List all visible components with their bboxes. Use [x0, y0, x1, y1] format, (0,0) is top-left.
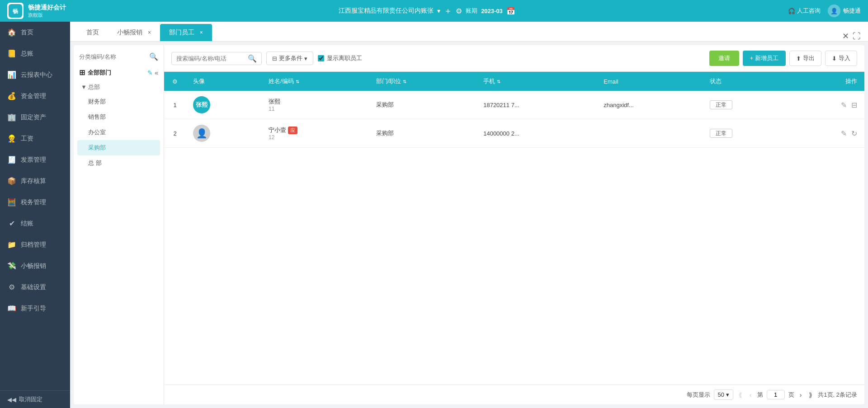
- row1-avatar: 张熙: [193, 96, 210, 113]
- col-dept-label: 部门/职位: [376, 77, 401, 85]
- tab-department-label: 部门员工: [169, 28, 194, 36]
- company-dropdown-button[interactable]: ▾: [437, 7, 440, 14]
- dept-search-input[interactable]: [79, 53, 146, 60]
- prev-page-button[interactable]: ‹: [748, 390, 754, 399]
- user-area[interactable]: 👤 畅捷通: [828, 5, 861, 17]
- dept-tools: ✎ «: [147, 69, 158, 76]
- table-header-row: ⚙ 头像 姓名/编码 ⇅ 部门/: [164, 72, 864, 91]
- sidebar-item-archive[interactable]: 📁 归档管理: [0, 234, 70, 255]
- sidebar: 🏠 首页 📒 总账 📊 云报表中心 💰 资金管理 🏢 固定资产 👷 工资 🧾 发…: [0, 22, 70, 408]
- tab-expense[interactable]: 小畅报销 ×: [108, 24, 160, 41]
- sidebar-item-fixed-assets[interactable]: 🏢 固定资产: [0, 107, 70, 128]
- row2-edit-icon[interactable]: ✎: [841, 129, 847, 138]
- chevron-down-icon: ▾: [304, 55, 307, 62]
- dept-item-finance[interactable]: 财务部: [77, 94, 160, 109]
- page-total-label: 共1页, 2条记录: [818, 391, 857, 399]
- row1-disable-icon[interactable]: ⊟: [851, 101, 857, 109]
- add-company-button[interactable]: ＋: [444, 5, 452, 16]
- row2-name-area: 宁小壹 应: [269, 126, 362, 134]
- sidebar-item-label: 归档管理: [21, 241, 46, 249]
- dept-item-sales[interactable]: 销售部: [77, 109, 160, 125]
- settings-gear-button[interactable]: ⚙: [456, 7, 462, 15]
- current-page-input[interactable]: [767, 390, 785, 399]
- page-suffix-label: 页: [788, 391, 794, 399]
- sort-icon-phone: ⇅: [497, 79, 500, 84]
- next-page-button[interactable]: ›: [798, 390, 804, 399]
- col-name-code[interactable]: 姓名/编码 ⇅: [261, 72, 369, 91]
- sidebar-item-label: 基础设置: [21, 283, 46, 291]
- tab-expand-button[interactable]: ⛶: [853, 32, 861, 41]
- col-dept-position[interactable]: 部门/职位 ⇅: [369, 72, 476, 91]
- col-actions: 操作: [791, 72, 864, 91]
- show-resigned-checkbox-label[interactable]: 显示离职员工: [318, 54, 362, 62]
- row2-status: 正常: [703, 119, 791, 148]
- row2-phone: 14000000 2...: [476, 119, 596, 148]
- row2-badge: 应: [288, 127, 297, 134]
- sidebar-item-tax[interactable]: 🧮 税务管理: [0, 192, 70, 213]
- avatar: 👤: [828, 5, 840, 17]
- dept-edit-button[interactable]: ✎: [147, 69, 153, 76]
- tab-expense-close[interactable]: ×: [148, 29, 151, 36]
- export-button[interactable]: ⬆ 导出: [789, 51, 821, 66]
- row2-email: [596, 119, 703, 148]
- sidebar-item-expense[interactable]: 💸 小畅报销: [0, 255, 70, 277]
- app-subtitle: 旗舰版: [28, 12, 66, 19]
- more-filter-button[interactable]: ⊟ 更多条件 ▾: [266, 52, 313, 65]
- sidebar-item-closing[interactable]: ✔ 结账: [0, 213, 70, 234]
- settings-icon: ⚙: [7, 283, 16, 291]
- tab-department[interactable]: 部门员工 ×: [160, 24, 212, 41]
- sidebar-item-home[interactable]: 🏠 首页: [0, 22, 70, 43]
- col-phone[interactable]: 手机 ⇅: [476, 72, 596, 91]
- row1-edit-icon[interactable]: ✎: [841, 101, 847, 109]
- dept-sidebar: 🔍 ⊞ 全部部门 ✎ « ▼ 总部 财务部 销售部 办公室 采购部 总 部: [74, 45, 164, 404]
- service-button[interactable]: 🎧 人工咨询: [788, 7, 821, 15]
- table-row: 1 张熙 张熙 11 采购部 18720211 7... z: [164, 91, 864, 119]
- dept-all-departments[interactable]: ⊞ 全部部门 ✎ «: [74, 65, 164, 80]
- sidebar-item-invoice[interactable]: 🧾 发票管理: [0, 149, 70, 170]
- row1-phone: 18720211 7...: [476, 91, 596, 119]
- search-icon: 🔍: [248, 54, 257, 63]
- svg-text:畅: 畅: [13, 8, 18, 14]
- tab-close-button[interactable]: ✕: [842, 31, 849, 41]
- col-email: Email: [596, 72, 703, 91]
- import-button[interactable]: ⬇ 导入: [825, 51, 857, 66]
- sidebar-item-settings[interactable]: ⚙ 基础设置: [0, 277, 70, 298]
- sidebar-item-payroll[interactable]: 👷 工资: [0, 128, 70, 149]
- calendar-icon-button[interactable]: 📅: [506, 7, 515, 15]
- user-name: 畅捷通: [843, 7, 861, 15]
- show-resigned-checkbox[interactable]: [318, 55, 324, 61]
- headset-icon: 🎧: [788, 8, 795, 14]
- dept-item-purchasing[interactable]: 采购部: [77, 140, 160, 155]
- row2-code: 12: [269, 134, 362, 141]
- col-status: 状态: [703, 72, 791, 91]
- page-content: 🔍 ⊞ 全部部门 ✎ « ▼ 总部 财务部 销售部 办公室 采购部 总 部: [74, 45, 864, 404]
- sidebar-item-label: 结账: [21, 220, 33, 228]
- sidebar-item-funds[interactable]: 💰 资金管理: [0, 85, 70, 107]
- invite-button[interactable]: 邀请: [709, 51, 739, 66]
- tab-home[interactable]: 首页: [77, 24, 108, 41]
- sidebar-item-label: 首页: [21, 28, 33, 37]
- row1-name: 张熙: [269, 98, 362, 106]
- dept-item-general[interactable]: 总 部: [77, 155, 160, 171]
- dept-item-office[interactable]: 办公室: [77, 125, 160, 140]
- sidebar-unpin-button[interactable]: ◀◀ 取消固定: [0, 390, 70, 408]
- top-header: 畅 畅捷通好会计 旗舰版 江西服宝精品有限责任公司内账张 ▾ ＋ ⚙ 账期 20…: [0, 0, 868, 22]
- sidebar-item-label: 资金管理: [21, 92, 46, 100]
- add-employee-button[interactable]: + 新增员工: [743, 51, 786, 66]
- sidebar-item-reports[interactable]: 📊 云报表中心: [0, 64, 70, 85]
- unpin-label: 取消固定: [19, 395, 42, 403]
- guide-icon: 📖: [7, 304, 16, 313]
- dept-collapse-button[interactable]: «: [155, 69, 158, 76]
- sidebar-item-inventory[interactable]: 📦 库存核算: [0, 170, 70, 192]
- col-settings[interactable]: ⚙: [164, 72, 186, 91]
- employee-search-input[interactable]: [176, 55, 245, 62]
- row2-avatar-cell: 👤: [186, 119, 261, 148]
- last-page-button[interactable]: ⟫: [807, 390, 814, 399]
- sidebar-item-general-ledger[interactable]: 📒 总账: [0, 43, 70, 64]
- row2-refresh-icon[interactable]: ↻: [851, 129, 857, 138]
- tab-department-close[interactable]: ×: [200, 29, 203, 36]
- sidebar-item-guide[interactable]: 📖 新手引导: [0, 298, 70, 319]
- per-page-select[interactable]: 50 ▾: [714, 389, 733, 400]
- sidebar-item-label: 工资: [21, 135, 33, 143]
- first-page-button[interactable]: ⟪: [737, 390, 744, 399]
